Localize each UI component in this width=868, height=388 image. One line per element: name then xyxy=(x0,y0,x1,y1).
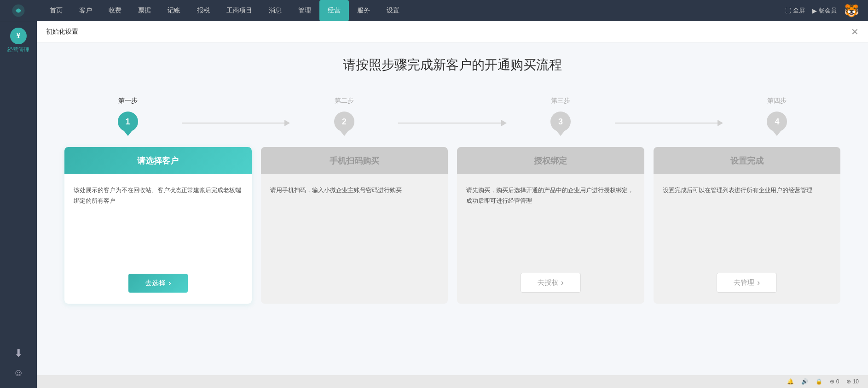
step2-label: 第二步 xyxy=(335,97,354,105)
step1-btn-arrow: › xyxy=(168,278,171,288)
step4-card-body: 设置完成后可以在管理列表进行所有企业用户的经营管理 xyxy=(654,174,841,265)
main-area: 初始化设置 ✕ 请按照步骤完成新客户的开通购买流程 第一步 1 第二步 xyxy=(37,21,868,375)
nav-tax[interactable]: 报税 xyxy=(189,0,218,21)
step2-card-header: 手机扫码购买 xyxy=(261,147,448,174)
step4-card: 设置完成 设置完成后可以在管理列表进行所有企业用户的经营管理 去管理 › xyxy=(654,147,841,304)
step3-label: 第三步 xyxy=(551,97,570,105)
sidebar: ¥ 经营管理 ⬇ ☺ xyxy=(0,0,37,388)
step3-circle: 3 xyxy=(550,112,571,132)
step3-card-header: 授权绑定 xyxy=(457,147,644,174)
support-icon[interactable]: ☺ xyxy=(13,367,23,379)
step3-card-footer: 去授权 › xyxy=(457,265,644,304)
status-count1: ⊕ 0 xyxy=(830,378,839,385)
step4-circle: 4 xyxy=(767,112,787,132)
nav-customer[interactable]: 客户 xyxy=(71,0,100,21)
close-button[interactable]: ✕ xyxy=(851,27,859,36)
step1-card-footer: 去选择 › xyxy=(64,266,252,304)
status-volume-icon: 🔊 xyxy=(801,378,808,385)
step2-card: 手机扫码购买 请用手机扫码，输入小微企业主账号密码进行购买 xyxy=(261,147,448,304)
fullscreen-icon: ⛶ xyxy=(785,7,791,14)
vip-icon: ▶ xyxy=(812,7,817,14)
step4-card-footer: 去管理 › xyxy=(654,265,841,304)
step4-pointer xyxy=(773,131,781,136)
nav-message[interactable]: 消息 xyxy=(260,0,290,21)
nav-settings[interactable]: 设置 xyxy=(378,0,408,21)
step1-circle: 1 xyxy=(118,112,138,132)
nav-business[interactable]: 工商项目 xyxy=(218,0,260,21)
step2-pointer xyxy=(341,131,348,136)
status-bar-right: 🔔 🔊 🔒 ⊕ 0 ⊕ 10 xyxy=(787,378,859,385)
cards-row: 请选择客户 该处展示的客户为不在回收站、客户状态正常建账后完成老板端绑定的所有客… xyxy=(64,147,840,304)
step1-card-body: 该处展示的客户为不在回收站、客户状态正常建账后完成老板端绑定的所有客户 xyxy=(64,174,252,266)
avatar[interactable]: 🐯 xyxy=(844,4,859,18)
step1-pointer xyxy=(124,131,132,136)
page-content: 请按照步骤完成新客户的开通购买流程 第一步 1 第二步 2 xyxy=(37,42,868,375)
status-bell-icon: 🔔 xyxy=(787,378,794,385)
fullscreen-btn[interactable]: ⛶ 全屏 xyxy=(785,6,805,15)
step3-action-btn[interactable]: 去授权 › xyxy=(521,273,581,293)
nav-invoice[interactable]: 票据 xyxy=(130,0,159,21)
nav-operation[interactable]: 经营 xyxy=(319,0,349,21)
main-title: 请按照步骤完成新客户的开通购买流程 xyxy=(64,56,840,74)
step3-btn-label: 去授权 xyxy=(538,278,558,287)
step4-btn-label: 去管理 xyxy=(734,278,754,287)
nav-right: ⛶ 全屏 ▶ 畅会员 🐯 xyxy=(785,4,868,18)
step2-circle: 2 xyxy=(334,112,354,132)
jingying-icon: ¥ xyxy=(10,28,27,44)
status-lock-icon: 🔒 xyxy=(816,378,822,385)
vip-btn[interactable]: ▶ 畅会员 xyxy=(812,6,837,15)
status-count2: ⊕ 10 xyxy=(846,378,859,385)
content-header: 初始化设置 ✕ xyxy=(37,21,868,42)
sidebar-bottom: ⬇ ☺ xyxy=(13,347,23,379)
nav-accounting[interactable]: 记账 xyxy=(159,0,189,21)
nav-service[interactable]: 服务 xyxy=(349,0,378,21)
step3-pointer xyxy=(557,131,564,136)
sidebar-item-label: 经营管理 xyxy=(7,46,29,54)
step1-label: 第一步 xyxy=(118,97,138,105)
step4-label: 第四步 xyxy=(767,97,787,105)
step4-action-btn[interactable]: 去管理 › xyxy=(717,273,777,293)
sidebar-logo xyxy=(0,0,37,21)
step3-card-body: 请先购买，购买后选择开通的产品中的企业用户进行授权绑定，成功后即可进行经营管理 xyxy=(457,174,644,265)
nav-payment[interactable]: 收费 xyxy=(100,0,130,21)
nav-manage[interactable]: 管理 xyxy=(290,0,319,21)
page-title: 初始化设置 xyxy=(46,28,78,36)
step1-card: 请选择客户 该处展示的客户为不在回收站、客户状态正常建账后完成老板端绑定的所有客… xyxy=(64,147,252,304)
step3-btn-arrow: › xyxy=(561,278,564,288)
step4-btn-arrow: › xyxy=(757,278,760,288)
status-bar: ▶ 完成 🔔 🔊 🔒 ⊕ 0 ⊕ 10 xyxy=(0,375,868,388)
step1-btn-label: 去选择 xyxy=(145,279,166,288)
download-icon[interactable]: ⬇ xyxy=(14,347,23,359)
step4-card-header: 设置完成 xyxy=(654,147,841,174)
step1-action-btn[interactable]: 去选择 › xyxy=(128,274,188,293)
step2-card-body: 请用手机扫码，输入小微企业主账号密码进行购买 xyxy=(261,174,448,285)
step2-card-footer xyxy=(261,285,448,304)
sidebar-item-jingying[interactable]: ¥ 经营管理 xyxy=(0,21,37,59)
step1-card-header: 请选择客户 xyxy=(64,147,252,174)
top-nav: 首页 客户 收费 票据 记账 报税 工商项目 消息 管理 经营 服务 设置 ⛶ … xyxy=(0,0,868,21)
nav-home[interactable]: 首页 xyxy=(41,0,71,21)
step3-card: 授权绑定 请先购买，购买后选择开通的产品中的企业用户进行授权绑定，成功后即可进行… xyxy=(457,147,644,304)
